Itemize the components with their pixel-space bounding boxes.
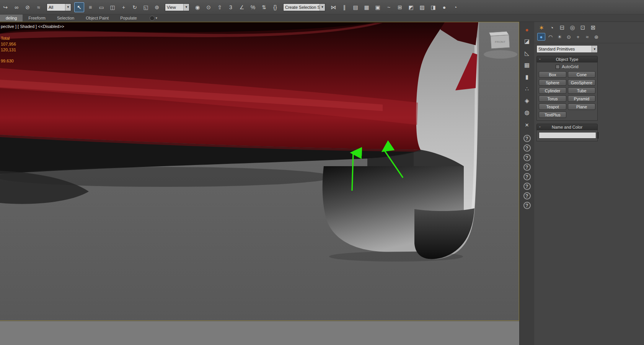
rendered-frame-window-icon[interactable]: ◨ xyxy=(428,2,438,12)
autogrid-checkbox[interactable] xyxy=(556,65,560,69)
scene-explorer-icon[interactable]: ▦ xyxy=(362,2,372,12)
keyboard-shortcut-override-icon[interactable]: ⇧ xyxy=(215,2,225,12)
viewcube-compass-ring[interactable] xyxy=(484,50,517,59)
object-type-button[interactable]: Sphere xyxy=(539,79,566,86)
select-and-move-icon[interactable]: + xyxy=(119,2,129,12)
object-type-rollout-header[interactable]: - Object Type xyxy=(536,56,598,62)
helpers-category-icon[interactable]: + xyxy=(574,33,582,41)
chevron-down-icon[interactable]: ▼ xyxy=(65,4,71,11)
mirror-icon[interactable]: ⋈ xyxy=(328,2,338,12)
help-icon[interactable]: ? xyxy=(523,135,531,142)
utilities-tab-icon[interactable]: ⊠ xyxy=(589,24,597,31)
select-by-name-icon[interactable]: ≡ xyxy=(85,2,95,12)
angle-snap-icon[interactable]: ∠ xyxy=(237,2,247,12)
systems-category-icon[interactable]: ⊛ xyxy=(592,33,600,41)
material-editor-icon[interactable]: ◩ xyxy=(406,2,416,12)
modify-tab-icon[interactable]: ◔ xyxy=(548,24,556,31)
chevron-down-icon[interactable]: ▼ xyxy=(592,46,597,52)
object-type-button[interactable]: GeoSphere xyxy=(568,79,595,86)
object-type-button[interactable]: Torus xyxy=(539,95,566,102)
align-icon[interactable]: ∥ xyxy=(339,2,349,12)
select-and-manipulate-icon[interactable]: ⊙ xyxy=(204,2,214,12)
name-and-color-rollout-header[interactable]: - Name and Color xyxy=(536,124,598,130)
curve-editor-icon[interactable]: ~ xyxy=(384,2,394,12)
hierarchy-tab-icon[interactable]: ⊟ xyxy=(558,24,566,31)
ribbon-tab[interactable]: Freeform xyxy=(23,15,51,21)
help-icon[interactable]: ? xyxy=(523,154,531,161)
render-iterative-icon[interactable]: ◔ xyxy=(450,2,460,12)
help-icon[interactable]: ? xyxy=(523,192,531,199)
snaps-toggle-icon[interactable]: 3 xyxy=(226,2,236,12)
help-icon[interactable]: ? xyxy=(523,164,531,171)
unlink-selection-icon[interactable]: ⊘ xyxy=(23,2,33,12)
help-icon[interactable]: ? xyxy=(523,173,531,180)
help-icon[interactable]: ? xyxy=(523,202,531,209)
object-type-button[interactable]: Tube xyxy=(568,87,595,94)
object-type-button[interactable]: TextPlus xyxy=(539,111,566,118)
redo-icon[interactable]: ↪ xyxy=(0,2,10,12)
space-warps-category-icon[interactable]: ≈ xyxy=(583,33,591,41)
selection-filter-dropdown[interactable]: All ▼ xyxy=(47,3,71,11)
ribbon-config-icon xyxy=(150,16,155,21)
spinner-snap-icon[interactable]: ⇅ xyxy=(259,2,269,12)
object-type-button[interactable]: Teapot xyxy=(539,103,566,110)
geometry-category-icon[interactable]: ● xyxy=(537,33,545,41)
viewport-statistics: Total 107,956 120,131 99.630 xyxy=(1,36,16,64)
ribbon-tab[interactable]: Selection xyxy=(51,15,80,21)
shapes-category-icon[interactable]: ◠ xyxy=(546,33,554,41)
select-and-link-icon[interactable]: ∞ xyxy=(11,2,21,12)
chevron-down-icon[interactable]: ▼ xyxy=(320,4,325,11)
rectangular-selection-region-icon[interactable]: ▭ xyxy=(96,2,106,12)
ribbon-tab[interactable]: deling xyxy=(0,15,23,21)
window-crossing-toggle-icon[interactable]: ◫ xyxy=(108,2,117,12)
bind-to-space-warp-icon[interactable]: ≈ xyxy=(34,2,44,12)
paint-bucket-icon[interactable]: ◪ xyxy=(522,37,532,46)
hedra-icon[interactable]: ◈ xyxy=(522,96,532,105)
layer-explorer-icon[interactable]: ▤ xyxy=(351,2,360,12)
viewport-label[interactable]: pective ] [ Shaded ] <<Disabled>> xyxy=(1,24,64,29)
reference-coordinate-dropdown[interactable]: View ▼ xyxy=(165,3,189,11)
cameras-category-icon[interactable]: ⊙ xyxy=(565,33,573,41)
edit-named-selection-sets-icon[interactable]: {} xyxy=(270,2,280,12)
object-type-button[interactable]: Pyramid xyxy=(568,95,595,102)
named-selection-sets-dropdown[interactable]: Create Selection Se ▼ xyxy=(283,3,325,11)
spheres-icon[interactable]: ∴ xyxy=(522,84,532,93)
subcategory-dropdown[interactable]: Standard Primitives ▼ xyxy=(536,45,598,53)
checkerboard-icon[interactable]: ▦ xyxy=(522,60,532,70)
render-setup-icon[interactable]: ▨ xyxy=(417,2,427,12)
viewport-canvas[interactable]: FRONT xyxy=(0,22,519,321)
stats-total-label: Total xyxy=(1,36,16,41)
percent-snap-icon[interactable]: % xyxy=(248,2,258,12)
ribbon-tab[interactable]: Object Paint xyxy=(80,15,114,21)
container-explorer-icon[interactable]: ▣ xyxy=(373,2,383,12)
object-color-swatch[interactable] xyxy=(598,132,598,139)
display-tab-icon[interactable]: ⊡ xyxy=(579,24,587,31)
chevron-down-icon[interactable]: ▼ xyxy=(183,4,189,11)
object-type-button[interactable]: Cylinder xyxy=(539,87,566,94)
select-object-icon[interactable]: ↖ xyxy=(74,2,84,12)
schematic-view-icon[interactable]: ⊞ xyxy=(395,2,405,12)
use-pivot-point-center-icon[interactable]: ◉ xyxy=(192,2,202,12)
selection-filter-value: All xyxy=(49,5,53,10)
ribbon-tab[interactable]: Populate xyxy=(114,15,142,21)
cylinder-icon[interactable]: ▮ xyxy=(522,72,532,82)
object-type-button[interactable]: Box xyxy=(539,71,566,78)
teapot-icon[interactable]: ● xyxy=(522,25,532,34)
ribbon-config-button[interactable]: ▾ xyxy=(150,15,158,21)
select-and-place-icon[interactable]: ⊚ xyxy=(152,2,162,12)
viewport[interactable]: FRONT pective ] [ Shaded ] <<Disabled>> … xyxy=(0,22,519,321)
help-icon[interactable]: ? xyxy=(523,144,531,152)
ruler-icon[interactable]: ◺ xyxy=(522,49,532,58)
object-type-button[interactable]: Cone xyxy=(568,71,595,78)
sphere-icon[interactable]: ◍ xyxy=(522,108,532,117)
select-and-scale-icon[interactable]: ◱ xyxy=(141,2,151,12)
close-icon[interactable]: × xyxy=(522,121,532,130)
motion-tab-icon[interactable]: ◎ xyxy=(568,24,577,31)
object-name-field[interactable] xyxy=(539,132,596,139)
create-tab-icon[interactable]: ∗ xyxy=(537,24,546,31)
select-and-rotate-icon[interactable]: ↻ xyxy=(130,2,140,12)
object-type-button[interactable]: Plane xyxy=(568,103,595,110)
lights-category-icon[interactable]: ☀ xyxy=(556,33,564,41)
help-icon[interactable]: ? xyxy=(523,183,531,190)
render-production-icon[interactable]: ● xyxy=(439,2,449,12)
